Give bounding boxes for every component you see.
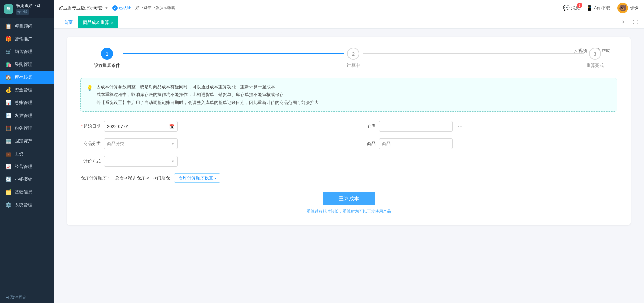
sidebar-item-tax[interactable]: 🧮 税务管理 <box>0 122 54 135</box>
shield-icon: ✓ <box>112 5 118 11</box>
system-icon: ⚙️ <box>5 202 11 208</box>
step-1-circle: 1 <box>101 48 113 60</box>
tax-icon: 🧮 <box>5 125 11 131</box>
sidebar-item-project[interactable]: 📋 项目顾问 <box>0 20 54 33</box>
form-row-2: 商品分类 商品分类 ▼ 商品 商品 ··· <box>80 138 617 149</box>
app-download-button[interactable]: 📱 App下载 <box>586 5 610 11</box>
topbar: 好业财专业版演示帐套 ▼ ✓ 已认证 好业财专业版演示帐套 💬 消息 1 📱 A… <box>54 0 644 16</box>
recalc-hint: 重算过程耗时较长，重算时您可以正常使用产品 <box>307 209 391 214</box>
close-button[interactable]: × <box>619 17 628 27</box>
sidebar-item-finance[interactable]: 💰 资金管理 <box>0 84 54 96</box>
sidebar-header: 财 畅捷通好业财 专业版 <box>0 0 54 18</box>
recalc-button[interactable]: 重算成本 <box>323 192 375 205</box>
project-icon: 📋 <box>5 23 11 29</box>
calendar-icon: 📅 <box>169 124 175 129</box>
step-1: 1 设置重算条件 <box>94 48 120 69</box>
step-1-label: 设置重算条件 <box>94 62 120 69</box>
salary-icon: 💼 <box>5 151 11 157</box>
sidebar-item-basic[interactable]: 🗂️ 基础信息 <box>0 186 54 199</box>
account-dropdown-icon: ▼ <box>105 6 108 10</box>
inventory-icon: 🏠 <box>5 74 11 80</box>
tab-close-icon[interactable]: × <box>111 20 113 25</box>
goods-label: 商品 <box>356 141 376 147</box>
page-content: ▷ 视频 ? 帮助 1 设置重算条件 <box>54 29 644 303</box>
step-2-circle: 2 <box>347 48 359 60</box>
window-controls: × ⛶ <box>614 16 644 29</box>
message-button[interactable]: 💬 消息 1 <box>563 5 580 11</box>
expand-button[interactable]: ⛶ <box>631 17 640 27</box>
step-3-circle: 3 <box>589 48 601 60</box>
warehouse-more-button[interactable]: ··· <box>456 123 464 130</box>
topbar-actions: 💬 消息 1 📱 App下载 🐻 珠珠 <box>563 3 639 13</box>
step-2-label: 计算中 <box>347 62 360 69</box>
info-line-1: 因成本计算参数调整，或是对商品成本有疑问时，可以通过成本重算功能，重新计算一遍成… <box>96 83 319 91</box>
account-selector[interactable]: 好业财专业版演示帐套 ▼ <box>59 5 108 11</box>
info-icon: 💡 <box>86 84 93 106</box>
sidebar-item-accounting[interactable]: 📊 总账管理 <box>0 96 54 109</box>
sidebar-item-sales[interactable]: 🛒 销售管理 <box>0 45 54 58</box>
category-select[interactable]: 商品分类 ▼ <box>104 138 178 149</box>
warehouse-label: 仓库 <box>356 123 376 129</box>
warehouse-order-row: 仓库计算顺序： 总仓->深圳仓库->...->门店仓 仓库计算顺序设置 › <box>80 173 617 183</box>
start-date-label: *起始日期 <box>80 123 101 129</box>
sidebar-item-invoice[interactable]: 🧾 发票管理 <box>0 109 54 122</box>
warehouse-order-settings-button[interactable]: 仓库计算顺序设置 › <box>174 173 220 183</box>
category-dropdown-icon: ▼ <box>171 142 175 146</box>
tabs-bar: 首页 商品成本重算 × <box>54 16 614 29</box>
goods-group: 商品 商品 ··· <box>356 138 617 149</box>
warehouse-order-value: 总仓->深圳仓库->...->门店仓 <box>115 175 170 181</box>
sidebar-item-expense[interactable]: 🔄 小畅报销 <box>0 173 54 186</box>
category-label: 商品分类 <box>80 141 101 147</box>
user-menu[interactable]: 🐻 珠珠 <box>617 3 639 13</box>
warehouse-group: 仓库 ··· <box>356 121 617 132</box>
basic-icon: 🗂️ <box>5 189 11 195</box>
topbar-account-detail: 好业财专业版演示帐套 <box>135 5 175 11</box>
sales-icon: 🛒 <box>5 49 11 55</box>
category-group: 商品分类 商品分类 ▼ <box>80 138 342 149</box>
assets-icon: 🏢 <box>5 138 11 144</box>
info-box: 💡 因成本计算参数调整，或是对商品成本有疑问时，可以通过成本重算功能，重新计算一… <box>80 78 617 112</box>
tab-home[interactable]: 首页 <box>59 16 78 28</box>
form-row-3: 计价方式 ▼ <box>80 156 617 167</box>
goods-input[interactable]: 商品 <box>379 138 453 149</box>
sidebar-item-inventory[interactable]: 🏠 库存核算 <box>0 71 54 84</box>
app-logo: 财 <box>4 4 13 14</box>
management-icon: 📈 <box>5 164 11 170</box>
marketing-icon: 🎁 <box>5 36 11 42</box>
finance-icon: 💰 <box>5 87 11 93</box>
price-method-select[interactable]: ▼ <box>104 156 178 167</box>
step-line-2 <box>363 53 584 54</box>
message-badge: 1 <box>577 3 582 8</box>
accounting-icon: 📊 <box>5 100 11 106</box>
app-subtitle: 专业版 <box>16 9 29 15</box>
sidebar-item-system[interactable]: ⚙️ 系统管理 <box>0 199 54 211</box>
start-date-value: 2022-07-01 <box>107 124 166 129</box>
start-date-input[interactable]: 2022-07-01 📅 <box>104 121 178 132</box>
verified-badge: ✓ 已认证 <box>112 5 131 11</box>
info-line-2: 成本重算过程中，影响库存账的操作均不能操作，比如进货单、销货单、库存单据不能审核… <box>96 91 319 98</box>
sidebar-item-salary[interactable]: 💼 工资 <box>0 147 54 160</box>
step-3: 3 重算完成 <box>586 48 604 69</box>
tab-cost-recalc[interactable]: 商品成本重算 × <box>78 16 118 28</box>
goods-more-button[interactable]: ··· <box>456 140 464 147</box>
sidebar-nav: 📋 项目顾问 🎁 营销推广 🛒 销售管理 🛍️ 采购管理 🏠 库存核算 💰 资金… <box>0 18 54 292</box>
arrow-icon: › <box>215 176 216 181</box>
info-line-3: 若【系统设置】中启用了自动调整记账日期时，会调整入库单的整单记账日期，因此重新计… <box>96 99 319 106</box>
tabs-section: 首页 商品成本重算 × × ⛶ <box>54 16 644 29</box>
message-icon: 💬 <box>563 5 570 11</box>
warehouse-input[interactable] <box>379 121 453 132</box>
step-3-label: 重算完成 <box>586 62 604 69</box>
app-title: 畅捷通好业财 <box>16 3 40 9</box>
start-date-group: *起始日期 2022-07-01 📅 <box>80 121 342 132</box>
step-line-1 <box>123 53 344 54</box>
sidebar-pin-toggle[interactable]: ◄ 取消固定 <box>0 292 54 303</box>
sidebar-item-marketing[interactable]: 🎁 营销推广 <box>0 33 54 45</box>
steps-indicator: 1 设置重算条件 2 计算中 3 重算完成 <box>80 48 617 69</box>
form-row-1: *起始日期 2022-07-01 📅 仓库 ··· <box>80 121 617 132</box>
invoice-icon: 🧾 <box>5 113 11 119</box>
sidebar-item-assets[interactable]: 🏢 固定资产 <box>0 135 54 147</box>
recalc-section: 重算成本 重算过程耗时较长，重算时您可以正常使用产品 <box>80 192 617 214</box>
sidebar-item-management[interactable]: 📈 经营管理 <box>0 160 54 173</box>
main-area: 好业财专业版演示帐套 ▼ ✓ 已认证 好业财专业版演示帐套 💬 消息 1 📱 A… <box>54 0 644 303</box>
sidebar-item-purchase[interactable]: 🛍️ 采购管理 <box>0 58 54 71</box>
